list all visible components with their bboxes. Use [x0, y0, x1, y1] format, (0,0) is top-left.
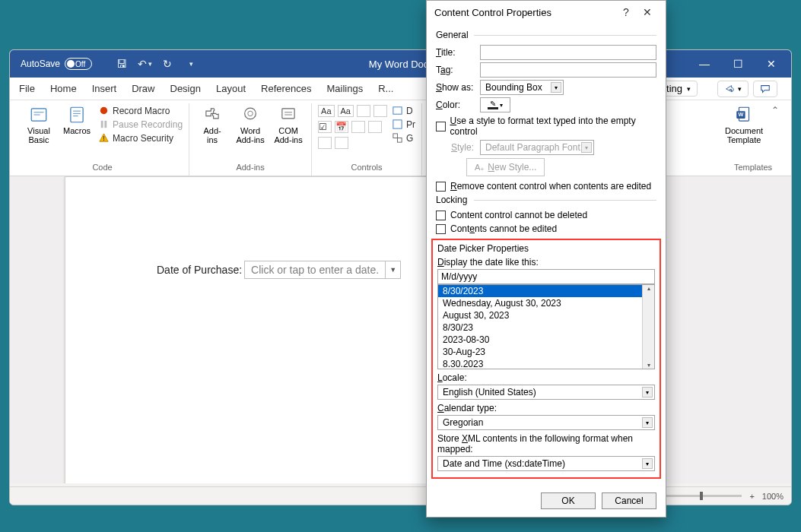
date-dropdown-button[interactable]: ▼ [385, 261, 400, 278]
status-bar: − + 100% [10, 486, 791, 505]
locale-combo[interactable]: English (United States)▾ [437, 385, 655, 400]
color-label: Color: [436, 100, 474, 110]
title-label: Title: [436, 47, 474, 58]
calendar-combo[interactable]: Gregorian▾ [437, 415, 655, 430]
color-picker-button[interactable]: ✎▾ [480, 97, 510, 112]
xml-format-combo[interactable]: Date and Time (xsd:dateTime)▾ [437, 456, 655, 471]
svg-rect-12 [398, 138, 402, 143]
pause-recording-button: Pause Recording [98, 119, 183, 130]
svg-rect-11 [393, 134, 398, 138]
control-aa-button[interactable]: Aa [318, 105, 334, 117]
tab-references[interactable]: References [261, 83, 311, 94]
document-line: Date of Purchase: Click or tap to enter … [157, 261, 401, 279]
word-addins-button[interactable]: Word Add-ins [234, 105, 267, 144]
date-format-listbox[interactable]: 8/30/2023 Wednesday, August 30, 2023 Aug… [437, 284, 655, 369]
macros-button[interactable]: Macros [60, 105, 94, 135]
minimize-button[interactable]: — [688, 50, 721, 78]
control-image-button[interactable] [357, 105, 370, 117]
no-edit-checkbox[interactable] [436, 224, 446, 234]
control-legacy-button[interactable] [318, 137, 332, 149]
vb-icon [29, 105, 49, 125]
group-button[interactable]: G [392, 132, 415, 144]
design-mode-button[interactable]: D [392, 105, 415, 116]
close-button[interactable]: ✕ [755, 50, 788, 78]
section-locking: Locking [436, 195, 656, 205]
autosave-toggle[interactable]: AutoSave Off [21, 58, 106, 70]
com-addins-button[interactable]: COM Add-ins [272, 105, 305, 144]
no-delete-label: Content control cannot be deleted [450, 210, 587, 220]
ribbon-group-addins: Add- ins Word Add-ins COM Add-ins Add-in… [189, 103, 312, 176]
remove-control-checkbox[interactable] [436, 182, 446, 192]
qat-customize-icon[interactable]: ▾ [183, 56, 198, 71]
undo-icon[interactable]: ↶▾ [137, 56, 152, 71]
dialog-close-button[interactable]: ✕ [637, 6, 658, 18]
calendar-label: Calendar type: [437, 403, 655, 413]
listbox-scrollbar[interactable]: ▴▾ [642, 285, 654, 369]
control-dropdown-button[interactable] [351, 121, 365, 133]
autosave-state: Off [75, 60, 85, 68]
ok-button[interactable]: OK [541, 492, 596, 509]
titlebar: AutoSave Off 🖫 ↶▾ ↻ ▾ My Word Document..… [10, 50, 791, 78]
zoom-slider[interactable] [658, 495, 742, 497]
comments-button[interactable] [753, 81, 777, 97]
format-option-4[interactable]: 2023-08-30 [438, 334, 642, 346]
title-input[interactable] [480, 45, 656, 60]
format-option-2[interactable]: August 30, 2023 [438, 309, 642, 321]
control-block-button[interactable] [373, 105, 387, 117]
tab-mailings[interactable]: Mailings [327, 83, 364, 94]
word-app-window: AutoSave Off 🖫 ↶▾ ↻ ▾ My Word Document..… [9, 49, 792, 505]
group-label-addins: Add-ins [236, 163, 264, 174]
tab-home[interactable]: Home [50, 83, 77, 94]
showas-combo[interactable]: Bounding Box▾ [480, 80, 564, 95]
properties-button[interactable]: Pr [392, 119, 415, 130]
addins-icon [202, 105, 222, 125]
tab-review-truncated[interactable]: R... [378, 83, 393, 94]
svg-point-6 [245, 108, 256, 119]
tab-draw[interactable]: Draw [132, 83, 154, 94]
format-option-3[interactable]: 8/30/23 [438, 321, 642, 334]
save-icon[interactable]: 🖫 [114, 56, 129, 71]
ribbon-collapse-button[interactable]: ⌃ [771, 105, 779, 116]
use-style-label: Use a style to format text typed into th… [450, 116, 656, 137]
xml-label: Store XML contents in the following form… [437, 433, 655, 454]
format-option-0[interactable]: 8/30/2023 [438, 285, 642, 297]
cancel-button[interactable]: Cancel [602, 492, 656, 509]
control-checkbox-button[interactable]: ☑ [318, 121, 332, 133]
addins-button[interactable]: Add- ins [195, 105, 229, 144]
autosave-label: AutoSave [21, 59, 60, 69]
format-option-6[interactable]: 8.30.2023 [438, 358, 642, 369]
dialog-help-button[interactable]: ? [615, 6, 637, 18]
svg-text:W: W [738, 111, 743, 118]
tab-file[interactable]: File [19, 83, 35, 94]
group-icon [392, 132, 403, 144]
tab-layout[interactable]: Layout [216, 83, 246, 94]
design-icon [392, 105, 403, 116]
format-option-5[interactable]: 30-Aug-23 [438, 346, 642, 358]
tag-input[interactable] [480, 62, 656, 78]
zoom-value[interactable]: 100% [762, 492, 784, 501]
use-style-checkbox[interactable] [436, 122, 446, 131]
share-button[interactable]: ▾ [717, 81, 749, 97]
tab-insert[interactable]: Insert [92, 83, 117, 94]
format-option-1[interactable]: Wednesday, August 30, 2023 [438, 297, 642, 309]
date-format-input[interactable] [437, 269, 655, 284]
control-combo-button[interactable] [368, 121, 382, 133]
tab-design[interactable]: Design [170, 83, 201, 94]
control-aa2-button[interactable]: Aa [338, 105, 354, 117]
com-addins-icon [278, 105, 298, 125]
no-delete-checkbox[interactable] [436, 211, 446, 220]
control-group-button[interactable] [335, 137, 348, 149]
control-date-button[interactable]: 📅 [335, 121, 348, 133]
date-content-control[interactable]: Click or tap to enter a date. ▼ [244, 261, 401, 279]
new-style-button: A₊ New Style... [466, 158, 545, 176]
document-template-button[interactable]: W Document Template [727, 105, 761, 144]
dialog-title: Content Control Properties [434, 7, 615, 18]
dialog-titlebar: Content Control Properties ? ✕ [427, 1, 666, 24]
macro-security-button[interactable]: ! Macro Security [98, 132, 183, 144]
maximize-button[interactable]: ☐ [721, 50, 755, 78]
speech-icon [760, 84, 771, 94]
visual-basic-button[interactable]: Visual Basic [22, 105, 56, 144]
zoom-in-button[interactable]: + [749, 492, 754, 501]
record-macro-button[interactable]: Record Macro [98, 105, 183, 116]
redo-icon[interactable]: ↻ [160, 56, 175, 71]
